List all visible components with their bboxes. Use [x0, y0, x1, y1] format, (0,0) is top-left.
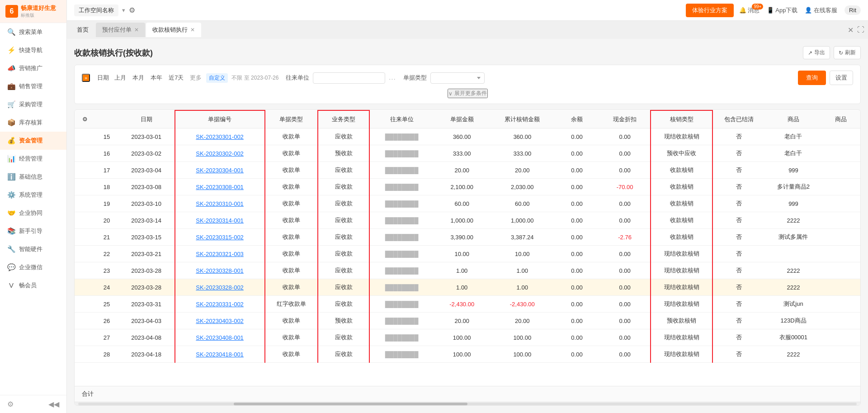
cell-goods: 999	[765, 195, 821, 212]
cell-biztype: 应收款	[318, 279, 369, 296]
refresh-button[interactable]: ↻ 刷新	[834, 46, 861, 59]
sidebar-nav: 🔍搜索菜单⚡快捷导航📣营销推广💼销售管理🛒采购管理📦库存核算💰资金管理📊经营管理…	[0, 23, 66, 395]
online-service-link[interactable]: 👤 在线客服	[805, 6, 837, 14]
slip-no-link[interactable]: SK-20230308-001	[196, 184, 244, 190]
sidebar-item-13[interactable]: 💬企业微信	[0, 258, 66, 276]
slip-no-link[interactable]: SK-20230331-002	[196, 301, 244, 308]
sidebar-item-2[interactable]: 📣营销推广	[0, 59, 66, 77]
sidebar-item-5[interactable]: 📦库存核算	[0, 114, 66, 132]
slip-no-link[interactable]: SK-20230403-002	[196, 318, 244, 324]
sidebar-item-8[interactable]: ℹ️基础信息	[0, 168, 66, 186]
cell-amount: 100.00	[434, 329, 490, 346]
table-wrapper[interactable]: ⚙ 日期 单据编号 单据类型 业务类型 往来单位 单据金额 累计核销金额 余额 …	[75, 110, 860, 386]
cell-amount: 10.00	[434, 246, 490, 262]
cell-canceltype: 收款核销	[651, 162, 712, 179]
cell-goods2	[822, 346, 860, 363]
slip-no-link[interactable]: SK-20230408-001	[196, 334, 244, 341]
cell-biztype: 应收款	[318, 179, 369, 195]
cell-cumulative: 1,000.00	[490, 212, 554, 229]
cell-rownum: 21	[95, 229, 118, 246]
sidebar-item-1[interactable]: ⚡快捷导航	[0, 41, 66, 59]
cell-partner: ████████	[369, 246, 434, 262]
cell-balance: 0.00	[554, 229, 599, 246]
sidebar-item-7[interactable]: 📊经营管理	[0, 150, 66, 168]
filter-expand-icon[interactable]: »	[82, 74, 90, 82]
sidebar-icon-9: ⚙️	[7, 191, 15, 199]
filter-partner-input[interactable]	[313, 72, 385, 84]
sidebar-item-11[interactable]: 📚新手引导	[0, 222, 66, 240]
cell-slipno: SK-20230304-001	[175, 162, 265, 179]
export-button[interactable]: ↗ 导出	[803, 46, 830, 59]
tab-close-all-icon[interactable]: ✕	[848, 26, 854, 34]
table-footer-label: 合计	[82, 390, 94, 398]
slip-no-link[interactable]: SK-20230328-001	[196, 267, 244, 274]
cell-rownum: 17	[95, 162, 118, 179]
slip-no-link[interactable]: SK-20230304-001	[196, 167, 244, 174]
filter-date-custom[interactable]: 自定义	[206, 73, 228, 83]
tab-prepay[interactable]: 预付应付单 ✕	[96, 23, 145, 37]
sidebar-item-6[interactable]: 💰资金管理	[0, 132, 66, 150]
table-row: 19 2023-03-10 SK-20230310-001 收款单 应收款 ██…	[75, 195, 860, 212]
table-scrollbar[interactable]	[75, 402, 860, 405]
cell-biztype: 应收款	[318, 128, 369, 145]
table-row: 26 2023-04-03 SK-20230403-002 收款单 预收款 ██…	[75, 313, 860, 329]
filter-last-month[interactable]: 上月	[113, 73, 128, 82]
slip-no-link[interactable]: SK-20230328-002	[196, 284, 244, 291]
sidebar-icon-1: ⚡	[7, 46, 15, 54]
table-row: 23 2023-03-28 SK-20230328-001 收款单 应收款 ██…	[75, 262, 860, 279]
cell-slipno: SK-20230302-002	[175, 145, 265, 162]
settings-icon[interactable]: ⚙	[7, 400, 14, 408]
sidebar-item-0[interactable]: 🔍搜索菜单	[0, 23, 66, 41]
cell-biztype: 应收款	[318, 346, 369, 363]
filter-last-7days[interactable]: 近7天	[167, 73, 185, 82]
col-date-header: 日期	[118, 110, 175, 128]
sidebar-item-10[interactable]: 🤝企业协同	[0, 204, 66, 222]
message-badge[interactable]: 🔔 消息 99+	[739, 6, 760, 14]
filter-date-more[interactable]: 更多	[188, 73, 203, 82]
slip-no-link[interactable]: SK-20230315-002	[196, 234, 244, 241]
filter-more-dots[interactable]: ...	[389, 75, 396, 81]
sidebar-label-13: 企业微信	[19, 263, 42, 271]
cell-goods: 测试jun	[765, 296, 821, 313]
collapse-icon[interactable]: ◀◀	[48, 400, 59, 408]
cell-cumulative: 2,030.00	[490, 179, 554, 195]
filter-settings-button[interactable]: 设置	[830, 71, 853, 85]
slip-no-link[interactable]: SK-20230314-001	[196, 217, 244, 224]
tab-collection-close-icon[interactable]: ✕	[190, 27, 195, 33]
slip-no-link[interactable]: SK-20230321-003	[196, 251, 244, 257]
sidebar: 6 畅康道好生意 标推版 🔍搜索菜单⚡快捷导航📣营销推广💼销售管理🛒采购管理📦库…	[0, 0, 67, 413]
tab-maximize-icon[interactable]: ⛶	[857, 26, 864, 34]
app-download-link[interactable]: 📱 App下载	[767, 6, 797, 14]
sidebar-icon-4: 🛒	[7, 100, 15, 109]
cell-cumulative: 10.00	[490, 246, 554, 262]
sidebar-item-9[interactable]: ⚙️系统管理	[0, 186, 66, 204]
cell-balance: 0.00	[554, 346, 599, 363]
sidebar-item-4[interactable]: 🛒采购管理	[0, 95, 66, 114]
filter-this-year[interactable]: 本年	[149, 73, 164, 82]
filter-this-month[interactable]: 本月	[131, 73, 146, 82]
expand-more-button[interactable]: ∨ 展开更多条件	[448, 89, 488, 98]
solution-button[interactable]: 体验行业方案	[686, 4, 734, 17]
filter-query-button[interactable]: 查询	[798, 71, 826, 85]
sidebar-item-14[interactable]: V畅会员	[0, 276, 66, 294]
message-count: 99+	[752, 4, 763, 9]
sidebar-label-4: 采购管理	[19, 100, 42, 109]
slip-no-link[interactable]: SK-20230310-001	[196, 200, 244, 207]
tab-home[interactable]: 首页	[71, 23, 95, 37]
user-avatar[interactable]: Rit	[844, 5, 861, 15]
cell-amount: 360.00	[434, 128, 490, 145]
topbar-gear-icon[interactable]: ⚙	[129, 6, 135, 14]
tab-prepay-close-icon[interactable]: ✕	[134, 27, 139, 33]
cell-settings	[75, 346, 95, 363]
slip-no-link[interactable]: SK-20230418-001	[196, 351, 244, 358]
col-settings-header[interactable]: ⚙	[75, 110, 95, 128]
sidebar-item-3[interactable]: 💼销售管理	[0, 77, 66, 95]
filter-slip-type-select[interactable]	[430, 72, 485, 84]
workspace-name[interactable]: 工作空间名称	[74, 5, 118, 16]
cell-settings	[75, 212, 95, 229]
filter-slip-type-label: 单据类型	[403, 74, 427, 82]
slip-no-link[interactable]: SK-20230301-002	[196, 133, 244, 140]
slip-no-link[interactable]: SK-20230302-002	[196, 150, 244, 157]
tab-collection[interactable]: 收款核销执行 ✕	[146, 23, 201, 37]
sidebar-item-12[interactable]: 🔧智能硬件	[0, 240, 66, 258]
